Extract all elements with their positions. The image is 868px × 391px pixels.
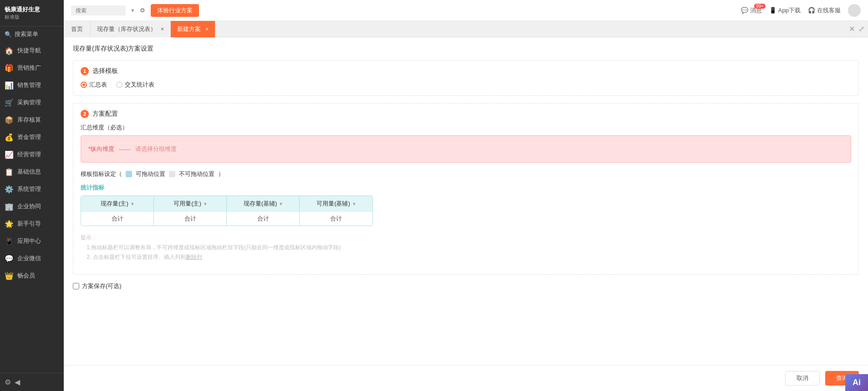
settings-icon[interactable]: ⚙ — [5, 378, 11, 386]
col-4-arrow[interactable]: ▾ — [353, 201, 356, 207]
cancel-button[interactable]: 取消 — [785, 371, 820, 386]
tab-new-scheme[interactable]: 新建方案 × — [171, 21, 215, 37]
online-service-badge[interactable]: 🎧 在线客服 — [808, 6, 841, 15]
operations-icon: 📈 — [5, 150, 14, 159]
message-badge[interactable]: 💬 消息 99+ — [741, 6, 762, 15]
collapse-icon[interactable]: ◀ — [15, 378, 20, 386]
stats-col-3[interactable]: 现存量(基辅) ▾ — [227, 196, 300, 212]
col-1-arrow[interactable]: ▾ — [131, 201, 134, 207]
search-input[interactable] — [71, 5, 126, 15]
sidebar-item-app-center[interactable]: 📱 应用中心 — [0, 232, 64, 250]
step2-header: 2 方案配置 — [81, 110, 851, 118]
sidebar-nav: 🏠 快捷导航 🎁 营销推广 📊 销售管理 🛒 采购管理 📦 库存核算 💰 资金管… — [0, 42, 64, 373]
step1-num: 1 — [81, 67, 89, 75]
stats-header-cell-2[interactable]: 可用量(主) ▾ — [154, 196, 226, 212]
save-checkbox[interactable] — [73, 283, 79, 289]
settings-icon[interactable]: ⚙ — [140, 7, 145, 14]
fixed-badge — [169, 171, 175, 177]
stats-section: 统计指标 现存量(主) ▾ — [81, 184, 851, 227]
step2-title: 方案配置 — [92, 110, 118, 118]
inventory-icon: 📦 — [5, 115, 14, 124]
tab-new-scheme-close[interactable]: × — [205, 26, 209, 32]
sidebar-search[interactable]: 🔍 搜索菜单 — [0, 26, 64, 42]
stats-col-4[interactable]: 可用量(基辅) ▾ — [300, 196, 373, 212]
topbar-left: ▾ ⚙ 体验行业方案 — [71, 4, 199, 17]
stats-header-cell-3[interactable]: 现存量(基辅) ▾ — [227, 196, 299, 212]
search-icon: 🔍 — [5, 31, 12, 38]
panel-expand-button[interactable]: ⤢ — [858, 25, 864, 33]
tabs-bar: 首页 现存量（库存状况表） × 新建方案 × ✕ ⤢ — [64, 21, 868, 37]
tab-new-scheme-label: 新建方案 — [177, 25, 201, 33]
col-3-arrow[interactable]: ▾ — [280, 201, 282, 207]
sidebar-item-operations[interactable]: 📈 经营管理 — [0, 146, 64, 163]
sidebar-item-new-guide[interactable]: 🌟 新手引导 — [0, 215, 64, 232]
stats-col-2-label: 可用量(主) — [174, 200, 201, 208]
tab-home[interactable]: 首页 — [64, 21, 91, 37]
app-download-badge[interactable]: 📱 App下载 — [769, 6, 801, 15]
content-area: 现存量(库存状况表)方案设置 1 选择模板 汇总表 交 — [64, 37, 868, 365]
sidebar-item-finance[interactable]: 💰 资金管理 — [0, 129, 64, 146]
sidebar-item-base-info[interactable]: 📋 基础信息 — [0, 163, 64, 180]
system-icon: ⚙️ — [5, 185, 14, 194]
stats-col-2[interactable]: 可用量(主) ▾ — [154, 196, 227, 212]
delete-col-link[interactable]: 删除列 — [186, 254, 202, 260]
tip-1: 1.拖动标题栏可以调整布局，不可跨维度或指标区域拖动栏目字段(只能在同一维度或指… — [81, 243, 851, 253]
sidebar-logo: 畅康通好生意 标准版 — [0, 0, 64, 26]
tab-home-label: 首页 — [71, 25, 83, 33]
tip-2: 2. 点击标题栏下拉可设置排序、插入列和删除列 — [81, 252, 851, 262]
sidebar-item-purchase[interactable]: 🛒 采购管理 — [0, 94, 64, 111]
fixed-label: 不可拖动位置 — [179, 170, 214, 178]
draggable-badge — [126, 171, 132, 177]
enterprise-icon: 🏢 — [5, 202, 14, 211]
col-2-arrow[interactable]: ▾ — [204, 201, 207, 207]
dropdown-icon[interactable]: ▾ — [131, 7, 134, 14]
dimension-area[interactable]: *纵向维度 —— 请选择分组维度 — [81, 135, 851, 163]
stats-header-cell-1[interactable]: 现存量(主) ▾ — [81, 196, 153, 212]
stats-table-body: 合计 合计 合计 合计 — [81, 212, 373, 226]
avatar[interactable] — [848, 4, 861, 17]
topbar-right: 💬 消息 99+ 📱 App下载 🎧 在线客服 — [741, 4, 861, 17]
stats-table-header: 现存量(主) ▾ 可用量(主) ▾ — [81, 196, 373, 212]
stats-header-cell-4[interactable]: 可用量(基辅) ▾ — [300, 196, 373, 212]
sidebar-item-sales[interactable]: 📊 销售管理 — [0, 77, 64, 94]
topbar: ▾ ⚙ 体验行业方案 💬 消息 99+ 📱 App下载 🎧 在线客服 — [64, 0, 868, 21]
online-service-label: 在线客服 — [817, 6, 841, 15]
dimension-dash: —— — [119, 146, 131, 153]
sidebar-item-system[interactable]: ⚙️ 系统管理 — [0, 180, 64, 198]
sidebar-item-marketing[interactable]: 🎁 营销推广 — [0, 59, 64, 77]
sidebar-item-label: 畅会员 — [17, 272, 35, 280]
tab-inventory-status[interactable]: 现存量（库存状况表） × — [91, 21, 171, 37]
sidebar-item-wechat[interactable]: 💬 企业微信 — [0, 250, 64, 267]
sidebar-item-member[interactable]: 👑 畅会员 — [0, 267, 64, 284]
sidebar-item-label: 经营管理 — [17, 150, 41, 159]
dimension-placeholder: 请选择分组维度 — [135, 145, 177, 153]
sidebar-item-inventory[interactable]: 📦 库存核算 — [0, 111, 64, 129]
sidebar-item-label: 企业微信 — [17, 254, 41, 262]
tab-inventory-status-close[interactable]: × — [161, 26, 164, 32]
sidebar-item-enterprise[interactable]: 🏢 企业协同 — [0, 198, 64, 215]
stats-col-1[interactable]: 现存量(主) ▾ — [81, 196, 154, 212]
wechat-icon: 💬 — [5, 254, 14, 263]
member-icon: 👑 — [5, 271, 14, 280]
stats-body-cell-4: 合计 — [300, 212, 373, 226]
tips-header: 提示： — [81, 233, 851, 243]
purchase-icon: 🛒 — [5, 98, 14, 107]
main-area: ▾ ⚙ 体验行业方案 💬 消息 99+ 📱 App下载 🎧 在线客服 首页 — [64, 0, 868, 391]
panel-close-button[interactable]: ✕ — [849, 25, 855, 33]
sidebar-item-label: 新手引导 — [17, 220, 41, 228]
guide-icon: 🌟 — [5, 219, 14, 228]
stats-body-cell-3: 合计 — [227, 212, 299, 226]
page-title: 现存量(库存状况表)方案设置 — [73, 45, 859, 53]
industry-scheme-button[interactable]: 体验行业方案 — [151, 4, 199, 17]
radio-cross[interactable]: 交叉统计表 — [116, 81, 154, 89]
dimension-row-label: *纵向维度 — [88, 145, 114, 153]
sidebar-item-quick-nav[interactable]: 🏠 快捷导航 — [0, 42, 64, 59]
message-icon: 💬 — [741, 7, 748, 14]
draggable-label: 可拖动位置 — [136, 170, 165, 178]
sidebar-item-label: 营销推广 — [17, 64, 41, 72]
ai-badge[interactable]: Ai — [845, 374, 868, 391]
step2-section: 2 方案配置 汇总维度（必选） *纵向维度 —— 请选择分组维度 — [73, 103, 859, 275]
radio-summary[interactable]: 汇总表 — [81, 81, 107, 89]
radio-summary-dot — [81, 82, 87, 88]
stats-body-col-2: 合计 — [154, 212, 227, 226]
